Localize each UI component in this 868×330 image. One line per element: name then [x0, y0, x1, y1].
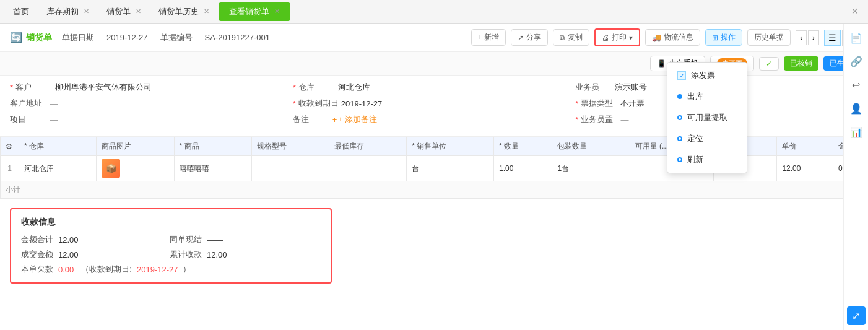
- sidebar-icon-expand[interactable]: ⤢: [847, 306, 866, 325]
- sidebar-icon-chart[interactable]: 📊: [847, 123, 866, 141]
- deal-amount-item: 成交金额 12.00: [21, 249, 145, 260]
- col-image: 商品图片: [97, 137, 174, 156]
- tab-home[interactable]: 首页: [5, 2, 37, 21]
- tab-bar: 首页 库存期初 ✕ 销货单 ✕ 销货单历史 ✕ 查看销货单 ✕ ×: [0, 0, 868, 24]
- dropdown-item-locate[interactable]: 定位: [667, 128, 747, 149]
- cumulative-value: 12.00: [207, 250, 227, 259]
- refresh-radio: [677, 157, 682, 162]
- payment-box: 收款信息 金额合计 12.00 同单现结 ——: [10, 208, 332, 284]
- history-button[interactable]: 历史单据: [747, 29, 791, 46]
- logistics-button[interactable]: 🚚 物流信息: [645, 29, 700, 46]
- doc-title-text: 销货单: [26, 32, 52, 43]
- toolbar: + 新增 ↗ 分享 ⧉ 复制 🖨 打印 ▾ 🚚 物流信息: [471, 28, 858, 46]
- deal-amount-value: 12.00: [58, 250, 79, 259]
- warehouse-value: 河北仓库: [338, 82, 370, 93]
- next-button[interactable]: ›: [808, 30, 819, 45]
- dropdown-item-available-qty[interactable]: 可用量提取: [667, 107, 747, 128]
- share-button[interactable]: ↗ 分享: [511, 29, 548, 46]
- owe-value: 0.00: [58, 265, 74, 274]
- operation-button[interactable]: ⊞ 操作: [705, 29, 742, 46]
- tab-view-sales[interactable]: 查看销货单 ✕: [219, 2, 290, 21]
- total-amount-label: 金额合计: [21, 234, 53, 245]
- total-amount-item: 金额合计 12.00: [21, 234, 145, 245]
- payment-section: 收款信息 金额合计 12.00 同单现结 ——: [0, 199, 868, 292]
- row-price: 12.00: [777, 156, 833, 181]
- col-price: 单价: [777, 137, 833, 156]
- col-model: 规格型号: [251, 137, 329, 156]
- tab-sales-order[interactable]: 销货单 ✕: [98, 2, 149, 21]
- dropdown-item-add-invoice[interactable]: ✓ 添发票: [667, 65, 747, 86]
- copy-button[interactable]: ⧉ 复制: [553, 29, 589, 46]
- payment-title: 收款信息: [21, 217, 321, 228]
- project-value: —: [50, 115, 58, 124]
- warehouse-field: * 仓库 河北仓库: [293, 82, 576, 93]
- customer-value: 柳州粤港平安气体有限公司: [55, 82, 152, 93]
- tab-sales-history[interactable]: 销货单历史 ✕: [150, 2, 217, 21]
- tab-sales-history-close[interactable]: ✕: [204, 7, 209, 15]
- print-button[interactable]: 🖨 打印 ▾: [594, 28, 640, 46]
- tab-inventory-init-label: 库存期初: [46, 6, 79, 17]
- operation-dropdown: ✓ 添发票 出库 可用量提取 定位 刷新: [667, 62, 747, 173]
- customer-field: * 客户 柳州粤港平安气体有限公司: [10, 82, 293, 93]
- tab-view-sales-close[interactable]: ✕: [274, 7, 280, 15]
- refresh-label: 刷新: [687, 154, 703, 165]
- same-order-label: 同单现结: [170, 234, 202, 245]
- note-label: 备注: [293, 114, 330, 125]
- payment-row-3: 本单欠款 0.00 （收款到期日: 2019-12-27 ）: [21, 264, 321, 275]
- dropdown-item-refresh[interactable]: 刷新: [667, 149, 747, 170]
- col-warehouse: * 仓库: [19, 137, 97, 156]
- project-label: 项目: [10, 114, 47, 125]
- doc-no-label: 单据编号: [160, 32, 193, 43]
- address-field: 客户地址 —: [10, 98, 293, 109]
- salesperson-value: 演示账号: [615, 82, 647, 93]
- row-product: 嘻嘻嘻嘻: [174, 156, 251, 181]
- cumulative-label: 累计收款: [170, 249, 202, 260]
- col-settings[interactable]: ⚙: [1, 137, 19, 156]
- plus-icon: +: [332, 115, 337, 124]
- address-label: 客户地址: [10, 98, 47, 109]
- list-view-button[interactable]: ☰: [824, 30, 841, 46]
- sidebar-icon-doc[interactable]: 📄: [847, 28, 866, 47]
- check-icon-button[interactable]: ✓: [759, 57, 779, 71]
- doc-date-value: 2019-12-27: [106, 33, 148, 42]
- subtotal-label: 小计: [1, 181, 868, 199]
- doc-icon: 🔄: [10, 32, 22, 43]
- address-value: —: [50, 99, 58, 108]
- add-note-button[interactable]: + + 添加备注: [332, 114, 378, 125]
- salesperson-label: 业务员: [575, 82, 612, 93]
- col-min-stock: 最低库存: [329, 137, 407, 156]
- payment-rows: 金额合计 12.00 同单现结 —— 成交金额 12.00: [21, 234, 321, 275]
- new-button[interactable]: + 新增: [471, 29, 506, 46]
- doc-no-value: SA-20191227-001: [205, 33, 271, 42]
- tab-view-sales-label: 查看销货单: [229, 6, 269, 17]
- sidebar-icon-undo[interactable]: ↩: [847, 76, 866, 94]
- tab-sales-order-close[interactable]: ✕: [136, 7, 141, 15]
- total-amount-value: 12.00: [58, 235, 79, 245]
- sidebar-icon-user[interactable]: 👤: [847, 99, 866, 118]
- right-sidebar: 📄 🔗 ↩ 👤 📊 ⤢: [843, 24, 868, 330]
- window-close-button[interactable]: ×: [846, 5, 863, 18]
- copy-icon: ⧉: [560, 33, 565, 42]
- phone-icon: 📱: [657, 59, 666, 68]
- doc-meta: 单据日期 2019-12-27 单据编号 SA-20191227-001: [62, 32, 270, 43]
- sidebar-icon-link[interactable]: 🔗: [847, 52, 866, 71]
- note-field: 备注 + + 添加备注: [293, 114, 576, 125]
- outbound-radio: [677, 94, 682, 99]
- tab-sales-history-label: 销货单历史: [158, 6, 199, 17]
- row-image: 📦: [97, 156, 174, 181]
- tab-inventory-init-close[interactable]: ✕: [84, 7, 89, 15]
- row-num: 1: [1, 156, 19, 181]
- tab-home-label: 首页: [13, 6, 29, 17]
- row-model: [251, 156, 329, 181]
- owe-close-paren: ）: [183, 264, 191, 275]
- same-order-value: ——: [207, 235, 223, 245]
- prev-button[interactable]: ‹: [796, 30, 807, 45]
- row-warehouse: 河北仓库: [19, 156, 97, 181]
- share-icon: ↗: [518, 33, 524, 42]
- locate-radio: [677, 136, 682, 141]
- row-unit: 台: [407, 156, 494, 181]
- doc-date-label: 单据日期: [62, 32, 94, 43]
- tab-inventory-init[interactable]: 库存期初 ✕: [38, 2, 97, 21]
- grid-icon: ⊞: [712, 33, 718, 42]
- dropdown-item-outbound[interactable]: 出库: [667, 86, 747, 107]
